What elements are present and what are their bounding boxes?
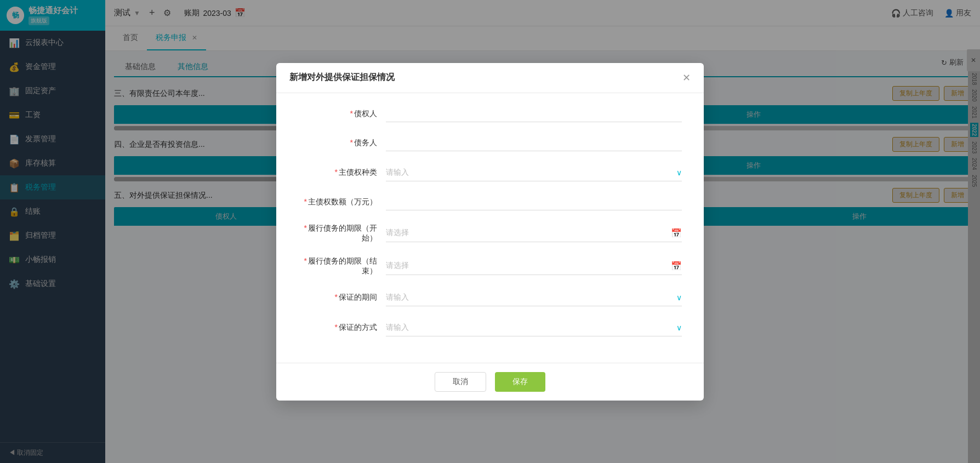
form-field-claim-amount: *主债权数额（万元） — [298, 195, 682, 210]
creditor-input[interactable] — [386, 106, 682, 122]
guarantee-method-placeholder: 请输入 — [386, 323, 676, 333]
guarantee-method-select[interactable]: 请输入 ∨ — [386, 319, 682, 336]
form-field-period-end: *履行债务的期限（结束） 请选择 📅 — [298, 256, 682, 276]
dialog-close-button[interactable]: ✕ — [682, 72, 691, 84]
save-button[interactable]: 保存 — [495, 372, 545, 392]
debtor-label: *债务人 — [298, 138, 386, 148]
dialog-title: 新增对外提供保证担保情况 — [289, 72, 395, 83]
period-end-date[interactable]: 请选择 📅 — [386, 258, 682, 275]
dialog: 新增对外提供保证担保情况 ✕ *债权人 *债务人 * — [276, 63, 704, 401]
debtor-input[interactable] — [386, 135, 682, 151]
chevron-down-icon-3: ∨ — [676, 323, 682, 332]
claim-type-placeholder: 请输入 — [386, 168, 676, 178]
dialog-body: *债权人 *债务人 *主债权种类 请输入 ∨ — [276, 93, 704, 363]
claim-amount-label: *主债权数额（万元） — [298, 197, 386, 207]
dialog-header: 新增对外提供保证担保情况 ✕ — [276, 63, 704, 93]
form-field-period-start: *履行债务的期限（开始） 请选择 📅 — [298, 224, 682, 243]
period-end-label: *履行债务的期限（结束） — [298, 256, 386, 276]
claim-amount-input[interactable] — [386, 195, 682, 210]
dialog-footer: 取消 保存 — [276, 363, 704, 401]
calendar-start-icon: 📅 — [671, 228, 682, 238]
guarantee-period-placeholder: 请输入 — [386, 293, 676, 302]
calendar-end-icon: 📅 — [671, 261, 682, 271]
chevron-down-icon-2: ∨ — [676, 293, 682, 302]
period-start-date[interactable]: 请选择 📅 — [386, 225, 682, 242]
chevron-down-icon: ∨ — [676, 168, 682, 177]
period-start-label: *履行债务的期限（开始） — [298, 224, 386, 243]
period-end-placeholder: 请选择 — [386, 261, 671, 271]
guarantee-method-label: *保证的方式 — [298, 323, 386, 333]
form-field-creditor: *债权人 — [298, 106, 682, 122]
claim-type-select[interactable]: 请输入 ∨ — [386, 164, 682, 181]
cancel-button[interactable]: 取消 — [435, 372, 486, 392]
form-field-guarantee-period: *保证的期间 请输入 ∨ — [298, 289, 682, 306]
form-field-guarantee-method: *保证的方式 请输入 ∨ — [298, 319, 682, 336]
form-field-debtor: *债务人 — [298, 135, 682, 151]
claim-type-label: *主债权种类 — [298, 168, 386, 178]
form-field-claim-type: *主债权种类 请输入 ∨ — [298, 164, 682, 181]
period-start-placeholder: 请选择 — [386, 228, 671, 238]
modal-overlay: 新增对外提供保证担保情况 ✕ *债权人 *债务人 * — [0, 0, 980, 463]
guarantee-period-label: *保证的期间 — [298, 293, 386, 302]
guarantee-period-select[interactable]: 请输入 ∨ — [386, 289, 682, 306]
creditor-label: *债权人 — [298, 109, 386, 119]
